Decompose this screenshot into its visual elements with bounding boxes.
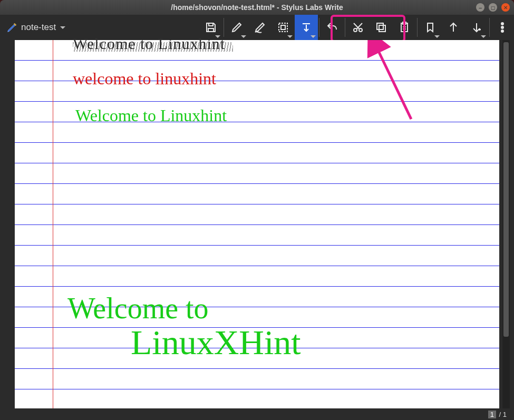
page-separator: / xyxy=(497,411,503,418)
scrollbar-thumb[interactable] xyxy=(503,42,509,337)
toolbar-separator xyxy=(345,18,345,37)
chevron-down-icon xyxy=(241,35,246,38)
chevron-down-icon xyxy=(434,35,440,38)
bookmark-button[interactable] xyxy=(419,15,442,40)
chevron-down-icon xyxy=(311,35,316,38)
handwriting-line-1: Welcome to Linuxhint xyxy=(73,35,225,53)
undo-button[interactable] xyxy=(321,15,344,40)
chevron-down-icon xyxy=(481,35,486,38)
maximize-icon[interactable]: ◻ xyxy=(489,3,497,12)
svg-rect-5 xyxy=(377,23,383,30)
copy-icon xyxy=(375,21,387,34)
handwriting-big-line-a: Welcome to xyxy=(67,292,209,325)
pencil-tab-icon xyxy=(6,22,18,33)
overflow-menu-button[interactable] xyxy=(491,15,514,40)
svg-rect-0 xyxy=(279,23,287,32)
toolbar-separator xyxy=(319,18,319,37)
next-page-icon xyxy=(470,21,483,34)
pen-tool-button[interactable] xyxy=(225,15,248,40)
page-current: 1 xyxy=(488,411,496,418)
toolbar-separator xyxy=(224,18,224,37)
vertical-scrollbar[interactable] xyxy=(502,40,510,408)
chevron-down-icon xyxy=(287,35,293,38)
insert-space-icon xyxy=(300,21,313,34)
svg-point-2 xyxy=(354,28,357,32)
toolbar-separator xyxy=(489,18,490,37)
margin-line xyxy=(53,40,53,408)
minimize-icon[interactable]: ‒ xyxy=(476,3,484,12)
cut-icon xyxy=(352,21,364,34)
pen-tool-icon xyxy=(230,21,243,34)
svg-point-10 xyxy=(501,30,503,32)
svg-point-8 xyxy=(501,23,503,25)
stroke-eraser-icon xyxy=(254,21,266,34)
select-tool-button[interactable] xyxy=(271,15,295,40)
bookmark-icon xyxy=(424,21,437,34)
overflow-icon xyxy=(496,21,509,34)
paper-page[interactable]: Welcome to Linuxhint welcome to linuxhin… xyxy=(15,40,499,408)
paste-button[interactable] xyxy=(393,15,416,40)
document-tab-label: note-test xyxy=(21,22,56,33)
stroke-eraser-button[interactable] xyxy=(248,15,271,40)
cut-button[interactable] xyxy=(346,15,370,40)
svg-rect-1 xyxy=(281,25,285,30)
handwriting-line-2: welcome to linuxhint xyxy=(73,69,216,89)
canvas-area[interactable]: Welcome to Linuxhint welcome to linuxhin… xyxy=(0,40,514,408)
paste-icon xyxy=(398,21,411,34)
copy-button[interactable] xyxy=(370,15,393,40)
undo-icon xyxy=(326,21,338,34)
handwriting-big-line-b: LinuxXHint xyxy=(131,324,301,360)
status-bar: 1 / 1 xyxy=(0,408,514,420)
prev-page-button[interactable] xyxy=(442,15,465,40)
chevron-down-icon xyxy=(60,26,65,29)
handwriting-line-3: Welcome to Linuxhint xyxy=(75,106,227,125)
prev-page-icon xyxy=(447,21,460,34)
handwriting-big: Welcome to LinuxXHint xyxy=(67,293,301,360)
select-icon xyxy=(277,21,289,34)
svg-point-3 xyxy=(359,28,362,32)
save-icon xyxy=(205,21,217,34)
next-page-button[interactable] xyxy=(465,15,488,40)
close-icon[interactable]: ✕ xyxy=(501,3,510,12)
window-title: /home/shovon/note-test.html* - Stylus La… xyxy=(0,3,514,12)
document-tab[interactable]: note-test xyxy=(0,15,72,40)
page-total: 1 xyxy=(503,411,507,418)
svg-point-9 xyxy=(501,26,503,28)
window-titlebar: /home/shovon/note-test.html* - Stylus La… xyxy=(0,0,514,15)
insert-space-button[interactable] xyxy=(295,15,318,40)
svg-rect-4 xyxy=(379,25,385,32)
toolbar-separator xyxy=(417,18,418,37)
